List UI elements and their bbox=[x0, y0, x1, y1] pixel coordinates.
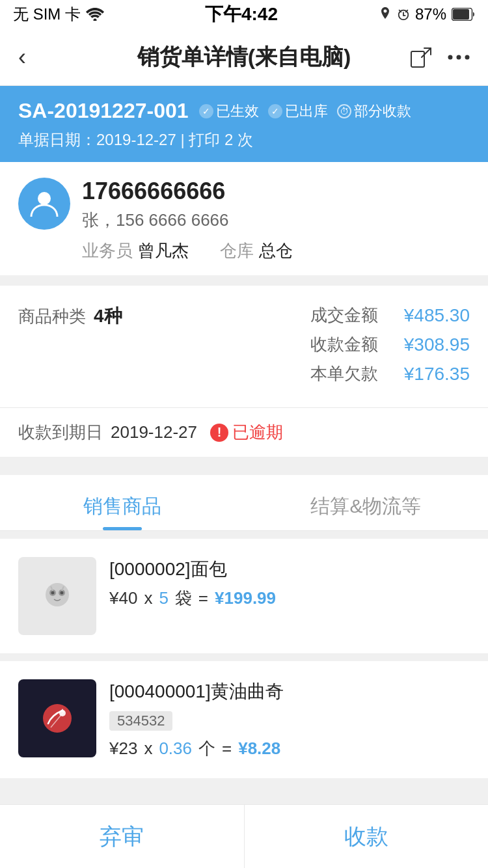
product-item-2: [000400001]黄油曲奇 534532 ¥23 x 0.36 个 = ¥8… bbox=[0, 661, 488, 778]
salesperson-label: 业务员 bbox=[82, 239, 133, 262]
price-unit-2: 个 bbox=[198, 737, 215, 760]
price-total-1: ¥199.99 bbox=[215, 588, 276, 608]
price-base-1: ¥40 bbox=[109, 588, 137, 608]
overdue-icon: ! bbox=[210, 424, 228, 442]
svg-point-12 bbox=[46, 583, 69, 606]
nav-actions bbox=[410, 46, 470, 68]
due-label: 收款到期日 bbox=[18, 421, 103, 444]
warehouse-value: 总仓 bbox=[259, 239, 293, 262]
summary-right: 成交金额 ¥485.30 收款金额 ¥308.95 本单欠款 ¥176.35 bbox=[310, 304, 470, 392]
warehouse-label: 仓库 bbox=[220, 239, 254, 262]
svg-rect-6 bbox=[411, 51, 424, 67]
owed-row: 本单欠款 ¥176.35 bbox=[310, 362, 470, 385]
divider-2 bbox=[0, 457, 488, 467]
signal-text: 无 SIM 卡 bbox=[13, 4, 81, 25]
product-name-1: [0000002]面包 bbox=[109, 557, 470, 582]
product-info-1: [0000002]面包 ¥40 x 5 袋 = ¥199.99 bbox=[109, 557, 470, 610]
page-title: 销货单详情(来自电脑) bbox=[137, 42, 351, 72]
status-shipped: ✓ 已出库 bbox=[268, 102, 328, 121]
category-label: 商品种类 bbox=[18, 305, 86, 328]
content-wrap: SA-20191227-001 ✓ 已生效 ✓ 已出库 ⏱ 部分收款 单据日期：… bbox=[0, 86, 488, 858]
share-icon[interactable] bbox=[410, 46, 432, 68]
svg-point-9 bbox=[457, 55, 461, 59]
salesperson-item: 业务员 曾凡杰 bbox=[82, 239, 189, 262]
svg-point-0 bbox=[94, 19, 97, 21]
svg-point-11 bbox=[38, 192, 51, 205]
product-image-1: + bbox=[18, 557, 96, 635]
check-icon-1: ✓ bbox=[199, 104, 213, 118]
svg-line-7 bbox=[422, 48, 431, 57]
status-time: 下午4:42 bbox=[205, 2, 278, 27]
product-info-2: [000400001]黄油曲奇 534532 ¥23 x 0.36 个 = ¥8… bbox=[109, 679, 470, 760]
divider-1 bbox=[0, 275, 488, 286]
owed-label: 本单欠款 bbox=[310, 362, 378, 385]
deal-value: ¥485.30 bbox=[404, 305, 470, 326]
status-left: 无 SIM 卡 bbox=[13, 4, 104, 25]
svg-point-10 bbox=[465, 55, 470, 59]
status-right: 87% bbox=[379, 5, 475, 23]
bottom-bar: 弃审 收款 bbox=[0, 804, 488, 858]
tab-products[interactable]: 销售商品 bbox=[0, 475, 244, 530]
deal-label: 成交金额 bbox=[310, 304, 378, 327]
tab-settlement[interactable]: 结算&物流等 bbox=[244, 475, 488, 530]
category-item: 商品种类 4种 bbox=[18, 304, 122, 329]
svg-point-15 bbox=[51, 591, 55, 595]
status-effective: ✓ 已生效 bbox=[199, 102, 259, 121]
clock-icon: ⏱ bbox=[337, 104, 351, 118]
confirm-button[interactable]: 收款 bbox=[245, 805, 489, 858]
product-list: + [0000002]面包 ¥40 x 5 袋 = ¥199.99 bbox=[0, 539, 488, 794]
category-count: 4种 bbox=[94, 304, 122, 329]
customer-info: 17666666666 张，156 6666 6666 业务员 曾凡杰 仓库 总… bbox=[82, 178, 470, 262]
product-tag-2: 534532 bbox=[109, 711, 172, 731]
customer-name: 张，156 6666 6666 bbox=[82, 209, 470, 232]
order-id: SA-20191227-001 bbox=[18, 99, 189, 123]
nav-bar: ‹ 销货单详情(来自电脑) bbox=[0, 29, 488, 86]
price-qty-2: 0.36 bbox=[159, 739, 192, 759]
back-button[interactable]: ‹ bbox=[18, 44, 26, 71]
header-banner-top: SA-20191227-001 ✓ 已生效 ✓ 已出库 ⏱ 部分收款 bbox=[18, 99, 470, 123]
deal-row: 成交金额 ¥485.30 bbox=[310, 304, 470, 327]
wifi-icon bbox=[86, 8, 104, 21]
svg-point-17 bbox=[43, 704, 72, 733]
location-icon bbox=[379, 7, 392, 21]
svg-rect-5 bbox=[453, 9, 469, 20]
price-base-2: ¥23 bbox=[109, 739, 137, 759]
due-section: 收款到期日 2019-12-27 ! 已逾期 bbox=[0, 408, 488, 457]
customer-section: 17666666666 张，156 6666 6666 业务员 曾凡杰 仓库 总… bbox=[0, 162, 488, 275]
overdue-text: 已逾期 bbox=[232, 421, 283, 444]
price-total-2: ¥8.28 bbox=[238, 739, 280, 759]
battery-percent: 87% bbox=[415, 5, 446, 23]
received-label: 收款金额 bbox=[310, 333, 378, 356]
summary-section: 商品种类 4种 成交金额 ¥485.30 收款金额 ¥308.95 本单欠款 ¥… bbox=[0, 286, 488, 407]
price-qty-1: 5 bbox=[159, 588, 168, 608]
status-bar: 无 SIM 卡 下午4:42 87% bbox=[0, 0, 488, 29]
warehouse-item: 仓库 总仓 bbox=[220, 239, 293, 262]
check-icon-2: ✓ bbox=[268, 104, 282, 118]
salesperson-value: 曾凡杰 bbox=[138, 239, 189, 262]
price-unit-1: 袋 bbox=[175, 587, 192, 610]
more-icon[interactable] bbox=[448, 55, 470, 60]
alarm-icon bbox=[397, 7, 410, 21]
battery-icon bbox=[452, 8, 475, 21]
product-price-1: ¥40 x 5 袋 = ¥199.99 bbox=[109, 587, 470, 610]
svg-point-16 bbox=[61, 591, 64, 595]
product-name-2: [000400001]黄油曲奇 bbox=[109, 679, 470, 704]
list-bottom-space bbox=[0, 786, 488, 794]
tabs-bar: 销售商品 结算&物流等 bbox=[0, 475, 488, 531]
header-date: 单据日期：2019-12-27 | 打印 2 次 bbox=[18, 129, 470, 150]
due-date: 2019-12-27 bbox=[111, 422, 197, 442]
svg-point-8 bbox=[448, 55, 453, 59]
status-tags: ✓ 已生效 ✓ 已出库 ⏱ 部分收款 bbox=[199, 102, 411, 121]
customer-phone: 17666666666 bbox=[82, 178, 470, 205]
product-price-2: ¥23 x 0.36 个 = ¥8.28 bbox=[109, 737, 470, 760]
product-image-2 bbox=[18, 679, 96, 757]
product-item: + [0000002]面包 ¥40 x 5 袋 = ¥199.99 bbox=[0, 539, 488, 653]
cancel-button[interactable]: 弃审 bbox=[0, 805, 245, 858]
customer-meta: 业务员 曾凡杰 仓库 总仓 bbox=[82, 239, 470, 262]
header-banner: SA-20191227-001 ✓ 已生效 ✓ 已出库 ⏱ 部分收款 单据日期：… bbox=[0, 86, 488, 162]
overdue-badge: ! 已逾期 bbox=[210, 421, 283, 444]
received-value: ¥308.95 bbox=[404, 334, 470, 355]
customer-avatar bbox=[18, 178, 70, 230]
status-partial: ⏱ 部分收款 bbox=[337, 102, 411, 121]
received-row: 收款金额 ¥308.95 bbox=[310, 333, 470, 356]
